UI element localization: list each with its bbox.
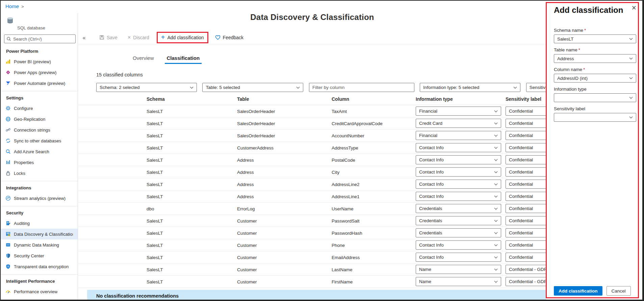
schema-filter-dropdown[interactable]: Schema: 2 selected xyxy=(96,83,197,92)
cell-table: Customer xyxy=(237,279,257,284)
information-type-filter-dropdown[interactable]: Information type: 5 selected xyxy=(420,83,520,92)
sidebar-item-security-center[interactable]: Security Center xyxy=(1,250,78,261)
sensitivity-label-dropdown[interactable]: Confidential xyxy=(506,143,546,152)
panel-cancel-button[interactable]: Cancel xyxy=(607,286,631,296)
information-type-dropdown[interactable]: Name xyxy=(416,277,501,286)
table-name-select[interactable]: Address xyxy=(554,54,636,63)
auditing-icon xyxy=(5,221,11,226)
sensitivity-label-dropdown[interactable]: Confidential xyxy=(506,216,546,225)
sidebar-item-power-bi-preview[interactable]: Power BI (preview) xyxy=(1,56,78,67)
sensitivity-label-dropdown[interactable]: Confidential xyxy=(506,119,546,128)
information-type-dropdown[interactable]: Credit Card xyxy=(416,119,501,128)
sensitivity-label-dropdown[interactable]: Confidential - GDPR xyxy=(506,277,546,286)
cell-table: SalesOrderHeader xyxy=(237,133,275,138)
sensitivity-label-dropdown[interactable]: Confidential xyxy=(506,167,546,177)
information-type-dropdown[interactable]: Contact Info xyxy=(416,155,501,164)
cell-column: AddressLine1 xyxy=(332,194,360,199)
cell-schema: SalesLT xyxy=(147,230,163,235)
table-row: SalesLTAddressAddressLine2Contact InfoCo… xyxy=(78,178,546,190)
sensitivity-label-dropdown[interactable]: Confidential xyxy=(506,131,546,140)
sidebar-section-header: Settings xyxy=(1,91,78,103)
table-filter-dropdown[interactable]: Table: 5 selected xyxy=(202,83,303,92)
cell-table: Customer xyxy=(237,255,257,260)
sensitivity-label-value: Confidential xyxy=(509,157,533,162)
sidebar-item-power-automate-preview[interactable]: Power Automate (preview) xyxy=(1,78,78,89)
schema-name-select[interactable]: SalesLT xyxy=(554,34,636,43)
column-filter-input[interactable] xyxy=(309,83,414,92)
sidebar-item-performance-recommendations[interactable]: Performance recommendations xyxy=(1,297,78,300)
sidebar-section-header: Security xyxy=(1,206,78,218)
cell-table: ErrorLog xyxy=(237,206,255,211)
sidebar-item-locks[interactable]: Locks xyxy=(1,168,78,179)
save-button[interactable]: Save xyxy=(99,35,118,40)
sidebar-item-power-apps-preview[interactable]: Power Apps (preview) xyxy=(1,67,78,78)
sidebar-item-configure[interactable]: Configure xyxy=(1,103,78,114)
field-label: Column name* xyxy=(554,67,636,72)
sidebar-item-add-azure-search[interactable]: Add Azure Search xyxy=(1,146,78,157)
sensitivity-label-dropdown[interactable]: Confidential xyxy=(506,180,546,189)
cell-schema: SalesLT xyxy=(147,242,163,248)
tab-overview[interactable]: Overview xyxy=(131,54,156,64)
information-type-dropdown[interactable]: Name xyxy=(416,265,501,274)
sensitivity-label-select[interactable] xyxy=(554,113,636,122)
sensitivity-label-dropdown[interactable]: Confidential xyxy=(506,240,546,250)
panel-header: Add classification × xyxy=(546,1,642,16)
information-type-dropdown[interactable]: Contact Info xyxy=(416,143,501,152)
sidebar-item-dynamic-data-masking[interactable]: Dynamic Data Masking xyxy=(1,239,78,250)
chevron-down-icon xyxy=(494,269,498,271)
sensitivity-label-dropdown[interactable]: Confidential xyxy=(506,155,546,164)
information-type-dropdown[interactable]: Contact Info xyxy=(416,240,501,250)
information-type-dropdown[interactable]: Financial xyxy=(416,107,501,116)
cell-table: Address xyxy=(237,182,254,187)
add-classification-label: Add classification xyxy=(167,35,204,40)
information-type-dropdown[interactable]: Contact Info xyxy=(416,192,501,201)
sidebar-item-connection-strings[interactable]: Connection strings xyxy=(1,124,78,135)
sensitivity-label-dropdown[interactable]: Confidential xyxy=(506,107,546,116)
sidebar-item-performance-overview[interactable]: Performance overview xyxy=(1,286,78,297)
information-type-dropdown[interactable]: Credentials xyxy=(416,228,501,237)
column-header-schema: Schema xyxy=(147,96,165,102)
breadcrumb-home-link[interactable]: Home xyxy=(5,3,19,9)
information-type-dropdown[interactable]: Contact Info xyxy=(416,253,501,262)
information-type-value: Credentials xyxy=(419,218,442,223)
information-type-select[interactable] xyxy=(554,93,636,102)
sensitivity-label-value: Confidential - GDPR xyxy=(509,279,546,284)
sensitivity-label-dropdown[interactable]: Confidential xyxy=(506,253,546,262)
sidebar-item-auditing[interactable]: Auditing xyxy=(1,218,78,229)
resource-sidebar: SQL database Power PlatformPower BI (pre… xyxy=(1,13,78,300)
discard-button[interactable]: × Discard xyxy=(128,35,149,40)
sidebar-item-data-discovery-classification[interactable]: Data Discovery & Classification xyxy=(1,229,78,239)
information-type-value: Credit Card xyxy=(419,121,442,126)
sensitivity-label-dropdown[interactable]: Confidential - GDPR xyxy=(506,265,546,274)
close-icon[interactable]: × xyxy=(632,4,636,12)
column-name-select[interactable]: AddressID (int) xyxy=(554,74,636,83)
information-type-dropdown[interactable]: Contact Info xyxy=(416,167,501,177)
sidebar-item-properties[interactable]: Properties xyxy=(1,157,78,168)
table-row: SalesLTCustomerPhoneContact InfoConfiden… xyxy=(78,239,546,251)
chevron-down-icon xyxy=(190,87,194,89)
information-type-dropdown[interactable]: Financial xyxy=(416,131,501,140)
cell-table: SalesOrderHeader xyxy=(237,109,275,114)
chevron-down-icon xyxy=(494,110,498,112)
breadcrumb-separator: > xyxy=(21,4,24,9)
panel-add-classification-button[interactable]: Add classification xyxy=(554,286,602,296)
tab-classification[interactable]: Classification xyxy=(165,54,202,64)
search-input[interactable] xyxy=(4,34,76,43)
sensitivity-label-dropdown[interactable]: Confidential xyxy=(506,204,546,213)
information-type-dropdown[interactable]: Credentials xyxy=(416,204,501,213)
sidebar-item-transparent-data-encryption[interactable]: Transparent data encryption xyxy=(1,261,78,272)
chevron-down-icon xyxy=(629,97,633,99)
information-type-dropdown[interactable]: Credentials xyxy=(416,216,501,225)
sensitivity-filter-dropdown[interactable]: Sensitivity la xyxy=(526,83,546,92)
feedback-button[interactable]: Feedback xyxy=(215,35,243,40)
information-type-dropdown[interactable]: Contact Info xyxy=(416,180,501,189)
sidebar-item-sync-to-other-databases[interactable]: Sync to other databases xyxy=(1,135,78,146)
add-classification-button[interactable]: + Add classification xyxy=(161,34,204,41)
sidebar-item-label: Security Center xyxy=(14,253,44,258)
sidebar-item-stream-analytics-preview[interactable]: Stream analytics (preview) xyxy=(1,193,78,204)
sensitivity-label-dropdown[interactable]: Confidential xyxy=(506,192,546,201)
sidebar-item-geo-replication[interactable]: Geo-Replication xyxy=(1,114,78,124)
sidebar-item-label: Properties xyxy=(14,160,34,165)
chevron-down-icon xyxy=(494,147,498,149)
sensitivity-label-dropdown[interactable]: Confidential xyxy=(506,228,546,237)
